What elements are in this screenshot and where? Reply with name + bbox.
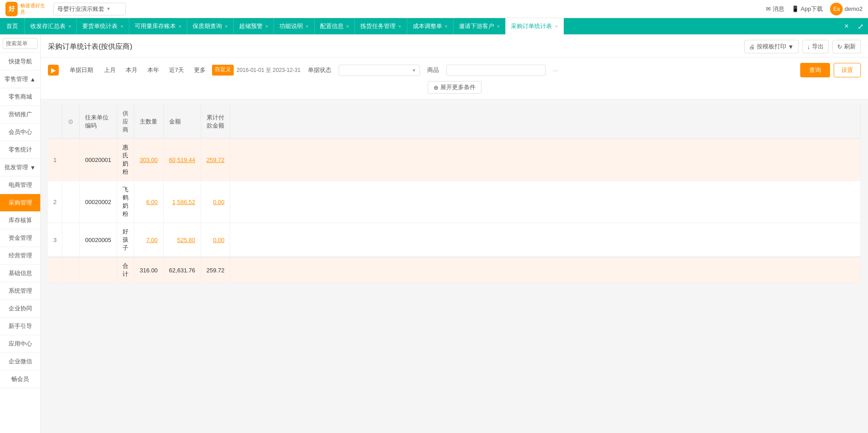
row-supplier: 好孩子 [117,223,134,257]
sidebar-item-零售商城[interactable]: 零售商城 [0,88,40,106]
print-button[interactable]: 🖨 按模板打印 ▼ [744,40,799,53]
sidebar-item-应用中心[interactable]: 应用中心 [0,335,40,353]
data-table: ⚙ 往来单位编码 供应商 主数量 金额 累计付款金额 1 00020001 [48,105,861,283]
sidebar-item-畅会员[interactable]: 畅会员 [0,371,40,388]
sidebar-item-采购管理[interactable]: 采购管理 [0,194,40,212]
row-amount[interactable]: 60,519.44 [163,139,201,181]
sidebar-item-系统管理[interactable]: 系统管理 [0,282,40,300]
sidebar-item-经营管理[interactable]: 经营管理 [0,247,40,265]
sidebar-item-营销推广[interactable]: 营销推广 [0,106,40,124]
table-row: 3 00020005 好孩子 7.00 525.80 0.00 [48,223,861,257]
tab-采购订单统计表[interactable]: 采购订单统计表 × [505,18,563,34]
tab-功能说明[interactable]: 功能说明 × [274,18,314,34]
sidebar-item-基础信息[interactable]: 基础信息 [0,265,40,282]
row-quantity[interactable]: 7.00 [134,223,164,257]
date-btn-7days[interactable]: 近7天 [165,65,188,76]
date-btn-more[interactable]: 更多 [190,65,209,76]
tab-close-icon[interactable]: × [120,24,123,29]
tab-要货单统计表[interactable]: 要货单统计表 × [77,18,129,34]
col-extra [230,105,861,139]
tab-可用量库存账本[interactable]: 可用量库存账本 × [129,18,187,34]
settings-button[interactable]: 设置 [834,63,861,77]
row-paid[interactable]: 0.00 [201,181,230,223]
tab-成本调整单[interactable]: 成本调整单 × [407,18,453,34]
sidebar-item-会员中心[interactable]: 会员中心 [0,124,40,141]
tab-close-icon[interactable]: × [555,24,557,29]
tab-label: 成本调整单 [413,22,442,30]
filter-toggle-btn[interactable]: ▶ [48,65,59,76]
filter-area: ▶ 单据日期 上月 本月 本年 近7天 更多 自定义 2016-01-01 至 [41,57,868,100]
tab-close-icon[interactable]: × [346,24,349,29]
row-quantity[interactable]: 303.00 [134,139,164,181]
status-select[interactable] [339,65,420,76]
row-settings [62,223,80,257]
chevron-icon: ▲ [30,76,36,83]
app-download-btn[interactable]: 📱 App下载 [792,5,823,13]
sidebar-item-资金管理[interactable]: 资金管理 [0,229,40,247]
tab-close-icon[interactable]: × [445,24,448,29]
tab-配置信息[interactable]: 配置信息 × [315,18,355,34]
footer-paid: 259.72 [201,257,230,283]
tab-拣货任务管理[interactable]: 拣货任务管理 × [355,18,407,34]
sidebar-search-area[interactable] [0,34,40,53]
status-select-wrapper [339,65,420,76]
refresh-button[interactable]: ↻ 刷新 [832,40,861,53]
tab-收发存汇总表[interactable]: 收发存汇总表 × [25,18,77,34]
table-footer: 合计 316.00 62,631.76 259.72 [48,257,861,283]
tab-close-icon[interactable]: × [179,24,181,29]
sidebar-item-电商管理[interactable]: 电商管理 [0,176,40,194]
sidebar-item-库存核算[interactable]: 库存核算 [0,212,40,229]
sidebar-item-企业协同[interactable]: 企业协同 [0,300,40,318]
row-paid[interactable]: 259.72 [201,139,230,181]
col-amount: 金额 [163,105,201,139]
tab-label: 采购订单统计表 [511,22,552,30]
tab-close-icon[interactable]: × [225,24,227,29]
row-quantity[interactable]: 6.00 [134,181,164,223]
search-input[interactable] [3,38,38,49]
col-settings[interactable]: ⚙ [62,105,80,139]
sidebar-item-零售管理[interactable]: 零售管理 ▲ [0,71,40,88]
home-label: 首页 [6,22,18,30]
tab-close-icon[interactable]: × [265,24,268,29]
tab-邀请下游客户[interactable]: 邀请下游客户 × [453,18,505,34]
goods-input[interactable] [446,65,546,76]
sidebar-item-快捷导航[interactable]: 快捷导航 [0,53,40,71]
user-area[interactable]: Ea demo2 [830,3,863,15]
col-paid: 累计付款金额 [201,105,230,139]
table-container: ⚙ 往来单位编码 供应商 主数量 金额 累计付款金额 1 00020001 [41,100,868,289]
date-filter-label: 单据日期 [70,66,93,74]
export-button[interactable]: ↓ 导出 [802,40,829,53]
sidebar-item-批发管理[interactable]: 批发管理 ▼ [0,159,40,176]
message-btn[interactable]: ✉ 消息 [766,5,784,13]
query-button[interactable]: 查询 [800,63,830,77]
print-label: 按模板打印 [757,43,786,51]
sidebar-item-企业微信[interactable]: 企业微信 [0,353,40,371]
tab-home[interactable]: 首页 [0,18,25,34]
row-amount[interactable]: 1,586.52 [163,181,201,223]
sidebar-item-新手引导[interactable]: 新手引导 [0,318,40,335]
nav-close-btn[interactable]: × [840,18,853,34]
filter-row-1: ▶ 单据日期 上月 本月 本年 近7天 更多 自定义 2016-01-01 至 [48,63,861,77]
top-right-area: ✉ 消息 📱 App下载 Ea demo2 [766,3,863,15]
tab-close-icon[interactable]: × [497,24,500,29]
workspace-arrow-icon: ▼ [106,6,111,11]
table-row: 1 00020001 惠氏奶粉 303.00 60,519.44 259.72 [48,139,861,181]
goods-more-icon[interactable]: ··· [553,67,558,74]
date-btn-this-year[interactable]: 本年 [144,65,163,76]
user-name: demo2 [844,5,863,12]
col-quantity: 主数量 [134,105,164,139]
row-paid[interactable]: 0.00 [201,223,230,257]
tab-保质期查询[interactable]: 保质期查询 × [187,18,233,34]
sidebar-item-零售统计[interactable]: 零售统计 [0,141,40,159]
tab-close-icon[interactable]: × [68,24,71,29]
tab-超储预警[interactable]: 超储预警 × [234,18,274,34]
tab-close-icon[interactable]: × [306,24,308,29]
nav-expand-btn[interactable]: ⤢ [853,18,868,34]
row-amount[interactable]: 525.80 [163,223,201,257]
workspace-selector[interactable]: 母婴行业演示账套 ▼ [53,3,126,15]
tab-close-icon[interactable]: × [398,24,401,29]
expand-conditions-button[interactable]: ⊕ 展开更多条件 [428,81,481,94]
avatar: Ea [830,3,843,15]
date-btn-this-month[interactable]: 本月 [122,65,141,76]
date-btn-last-month[interactable]: 上月 [100,65,119,76]
